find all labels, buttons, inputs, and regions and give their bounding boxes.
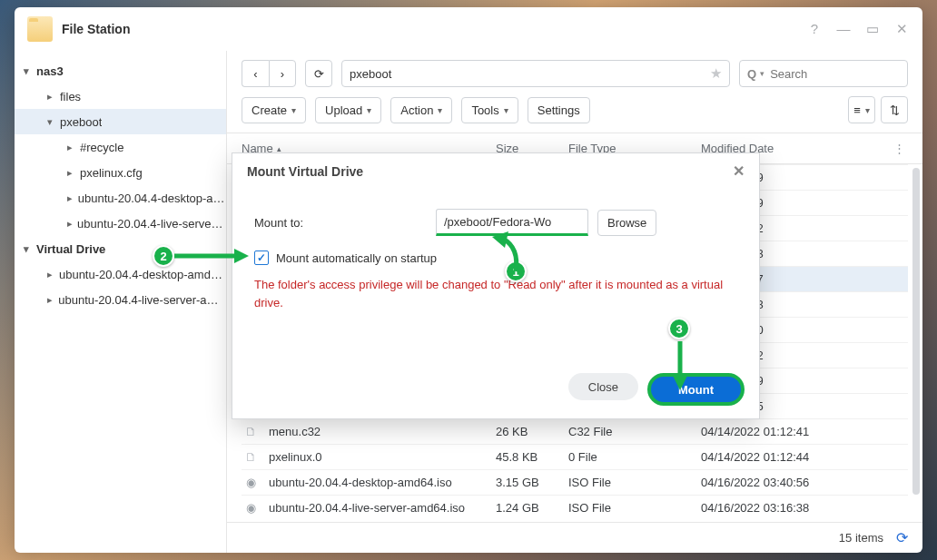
tools-button[interactable]: Tools▾ xyxy=(461,97,518,123)
file-date: 04/16/2022 03:40:56 xyxy=(701,476,890,489)
mount-dialog: Mount Virtual Drive ✕ Mount to: Browse ✓… xyxy=(232,152,760,419)
tree-item-recycle[interactable]: ▸#recycle xyxy=(15,134,226,160)
action-button[interactable]: Action▾ xyxy=(390,97,452,123)
file-type: ISO File xyxy=(568,476,701,489)
search-input[interactable] xyxy=(770,67,922,81)
app-title: File Station xyxy=(62,22,130,36)
title-bar: File Station ? — ▭ ✕ xyxy=(15,7,922,51)
search-box[interactable]: Q▾ xyxy=(739,60,908,87)
file-date: 04/16/2022 03:16:38 xyxy=(701,501,890,515)
browse-button[interactable]: Browse xyxy=(597,210,656,236)
maximize-icon[interactable]: ▭ xyxy=(864,21,881,37)
tree-item-pxeboot[interactable]: ▾pxeboot xyxy=(15,109,226,134)
file-name: ubuntu-20.04.4-live-server-amd64.iso xyxy=(269,501,465,515)
table-row[interactable]: ◉ubuntu-20.04.4-desktop-amd64.iso3.15 GB… xyxy=(242,469,908,495)
sidebar: ▾nas3 ▸files ▾pxeboot ▸#recycle ▸pxelinu… xyxy=(15,51,227,553)
reload-button[interactable]: ⟳ xyxy=(305,60,332,87)
file-type: ISO File xyxy=(568,501,701,515)
settings-button[interactable]: Settings xyxy=(528,97,590,123)
scrollbar-thumb[interactable] xyxy=(912,168,920,495)
file-size: 3.15 GB xyxy=(496,476,568,489)
tree-vd-ubuntu-desktop[interactable]: ▸ubuntu-20.04.4-desktop-amd64.iso xyxy=(15,261,226,287)
item-count: 15 items xyxy=(839,531,883,545)
minimize-icon[interactable]: — xyxy=(835,21,852,37)
help-icon[interactable]: ? xyxy=(806,21,823,37)
file-icon: 🗋 xyxy=(242,425,260,438)
disc-icon: ◉ xyxy=(242,501,260,515)
nav-back-button[interactable]: ‹ xyxy=(242,60,269,87)
table-row[interactable]: 🗋menu.c3226 KBC32 File04/14/2022 01:12:4… xyxy=(242,418,908,444)
file-size: 26 KB xyxy=(496,425,568,438)
tree-item-ubuntu-live[interactable]: ▸ubuntu-20.04.4-live-server-amd64.iso xyxy=(15,211,226,236)
warning-text: The folder's access privilege will be ch… xyxy=(254,276,737,311)
auto-mount-checkbox[interactable]: ✓ xyxy=(254,251,269,265)
file-date: 04/14/2022 01:12:41 xyxy=(701,425,890,438)
file-date: 04/14/2022 01:12:44 xyxy=(701,450,890,464)
sort-button[interactable]: ⇅ xyxy=(881,96,908,123)
status-bar: 15 items ⟳ xyxy=(227,522,922,553)
file-name: ubuntu-20.04.4-desktop-amd64.iso xyxy=(269,476,452,489)
col-menu-icon[interactable]: ⋮ xyxy=(890,142,908,155)
file-size: 1.24 GB xyxy=(496,501,568,515)
file-name: menu.c32 xyxy=(269,425,321,438)
tree-item-files[interactable]: ▸files xyxy=(15,84,226,109)
dialog-close-button[interactable]: Close xyxy=(568,373,638,400)
upload-button[interactable]: Upload▾ xyxy=(315,97,381,123)
file-type: 0 File xyxy=(568,450,701,464)
mount-to-input[interactable] xyxy=(436,209,588,236)
create-button[interactable]: Create▾ xyxy=(242,97,306,123)
tree-root-virtual-drive[interactable]: ▾Virtual Drive xyxy=(15,236,226,261)
app-icon xyxy=(27,16,53,42)
tree-root-nas3[interactable]: ▾nas3 xyxy=(15,58,226,84)
tree-item-ubuntu-desktop[interactable]: ▸ubuntu-20.04.4-desktop-amd64.iso xyxy=(15,185,226,211)
file-icon: 🗋 xyxy=(242,450,260,464)
disc-icon: ◉ xyxy=(242,476,260,489)
tree-item-pxelinux-cfg[interactable]: ▸pxelinux.cfg xyxy=(15,160,226,185)
tree-vd-ubuntu-live[interactable]: ▸ubuntu-20.04.4-live-server-amd64.iso xyxy=(15,287,226,312)
view-mode-button[interactable]: ≡ ▾ xyxy=(848,96,875,123)
mount-to-label: Mount to: xyxy=(254,216,436,230)
sort-asc-icon: ▴ xyxy=(277,144,281,153)
file-type: C32 File xyxy=(568,425,701,438)
scrollbar-track[interactable] xyxy=(912,164,921,522)
file-name: pxelinux.0 xyxy=(269,450,322,464)
mount-button[interactable]: Mount xyxy=(647,373,745,406)
search-dropdown-icon[interactable]: ▾ xyxy=(760,69,764,78)
path-text: pxeboot xyxy=(350,67,391,81)
status-reload-icon[interactable]: ⟳ xyxy=(896,529,908,546)
table-row[interactable]: ◉ubuntu-20.04.4-live-server-amd64.iso1.2… xyxy=(242,495,908,520)
dialog-close-icon[interactable]: ✕ xyxy=(733,162,745,180)
favorite-icon[interactable]: ★ xyxy=(710,65,722,82)
dialog-title: Mount Virtual Drive xyxy=(247,164,363,179)
auto-mount-label: Mount automatically on startup xyxy=(276,251,437,265)
close-window-icon[interactable]: ✕ xyxy=(893,21,910,37)
path-input[interactable]: pxeboot ★ xyxy=(341,60,730,87)
file-size: 45.8 KB xyxy=(496,450,568,464)
nav-forward-button[interactable]: › xyxy=(269,60,296,87)
table-row[interactable]: 🗋pxelinux.045.8 KB0 File04/14/2022 01:12… xyxy=(242,444,908,469)
search-icon: Q xyxy=(747,67,756,81)
